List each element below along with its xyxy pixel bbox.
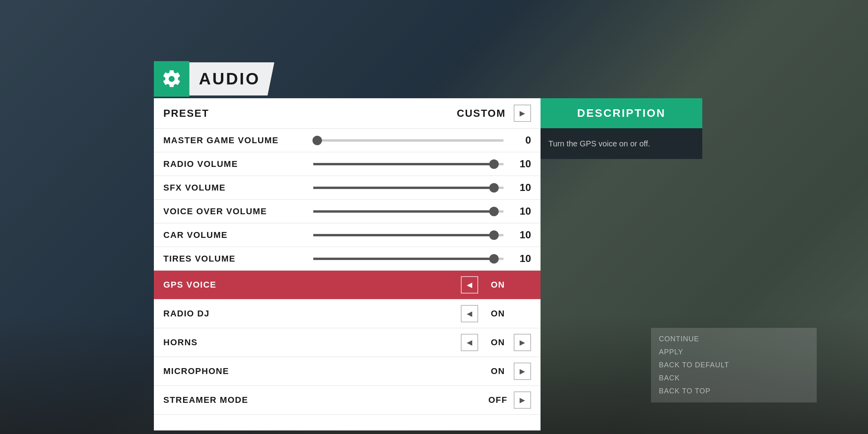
- settings-container: PRESET CUSTOM ▶ MASTER GAME VOLUME 0 RAD…: [154, 98, 671, 430]
- preset-custom-row: PRESET CUSTOM ▶: [154, 98, 541, 129]
- slider-value: 10: [511, 158, 531, 170]
- bottom-panel-item[interactable]: CONTINUE: [659, 333, 809, 346]
- slider-row[interactable]: RADIO VOLUME 10: [154, 152, 541, 176]
- slider-rows: MASTER GAME VOLUME 0 RADIO VOLUME 10 SFX…: [154, 129, 541, 271]
- toggle-label: STREAMER MODE: [163, 395, 461, 405]
- toggle-value: OFF: [482, 395, 514, 405]
- spacer-row: [154, 415, 541, 430]
- toggle-row[interactable]: STREAMER MODE OFF ▶: [154, 386, 541, 415]
- slider-track[interactable]: [313, 187, 503, 189]
- toggle-row[interactable]: GPS VOICE ◀ ON: [154, 271, 541, 299]
- toggle-left-button[interactable]: ◀: [461, 334, 478, 351]
- slider-thumb: [489, 159, 499, 169]
- toggle-row[interactable]: RADIO DJ ◀ ON: [154, 299, 541, 328]
- slider-fill: [313, 187, 494, 189]
- slider-fill: [313, 258, 494, 260]
- slider-value: 10: [511, 205, 531, 217]
- gear-icon: [161, 69, 182, 89]
- gear-icon-box: [154, 61, 189, 97]
- toggle-left-button[interactable]: ◀: [461, 305, 478, 322]
- description-panel: DESCRIPTION Turn the GPS voice on or off…: [541, 98, 702, 159]
- slider-fill: [313, 234, 494, 236]
- slider-label: VOICE OVER VOLUME: [163, 206, 305, 217]
- toggle-value: ON: [482, 366, 514, 376]
- slider-fill: [313, 210, 494, 213]
- slider-fill: [313, 163, 494, 165]
- slider-row[interactable]: CAR VOLUME 10: [154, 223, 541, 247]
- slider-label: MASTER GAME VOLUME: [163, 135, 305, 146]
- slider-value: 0: [511, 134, 531, 146]
- toggle-label: RADIO DJ: [163, 309, 461, 319]
- toggle-left-button[interactable]: ◀: [461, 276, 478, 294]
- audio-title-box: AUDIO: [189, 62, 274, 95]
- slider-value: 10: [511, 181, 531, 194]
- description-body: Turn the GPS voice on or off.: [541, 128, 702, 159]
- toggle-right-button[interactable]: ▶: [514, 391, 531, 409]
- audio-header: AUDIO: [154, 61, 406, 97]
- description-header: DESCRIPTION: [541, 98, 702, 128]
- main-panel: AUDIO PRESET CUSTOM ▶ MASTER GAME VOLUME…: [154, 61, 671, 430]
- slider-thumb: [489, 254, 499, 264]
- toggle-row[interactable]: MICROPHONE ON ▶: [154, 357, 541, 386]
- toggle-value: ON: [482, 309, 514, 319]
- slider-label: SFX VOLUME: [163, 183, 305, 193]
- slider-value: 10: [511, 253, 531, 265]
- toggle-value: ON: [482, 280, 514, 290]
- slider-row[interactable]: TIRES VOLUME 10: [154, 247, 541, 271]
- bottom-panel-item[interactable]: BACK: [659, 372, 809, 385]
- slider-label: CAR VOLUME: [163, 230, 305, 240]
- bottom-panel-item[interactable]: APPLY: [659, 346, 809, 359]
- toggle-rows: GPS VOICE ◀ ON RADIO DJ ◀ ON HORNS ◀ ON …: [154, 271, 541, 415]
- slider-thumb: [489, 230, 499, 240]
- toggle-value: ON: [482, 337, 514, 348]
- toggle-label: MICROPHONE: [163, 366, 461, 376]
- slider-label: TIRES VOLUME: [163, 254, 305, 264]
- bottom-panel-item[interactable]: BACK TO DEFAULT: [659, 359, 809, 372]
- toggle-label: GPS VOICE: [163, 280, 461, 290]
- slider-track[interactable]: [313, 258, 503, 260]
- description-text: Turn the GPS voice on or off.: [548, 138, 694, 150]
- slider-track[interactable]: [313, 234, 503, 236]
- slider-track[interactable]: [313, 139, 503, 142]
- toggle-row[interactable]: HORNS ◀ ON ▶: [154, 328, 541, 357]
- slider-value: 10: [511, 229, 531, 241]
- slider-thumb: [489, 207, 499, 216]
- description-title: DESCRIPTION: [577, 107, 666, 119]
- preset-next-button[interactable]: ▶: [514, 105, 531, 122]
- custom-label: CUSTOM: [457, 107, 506, 120]
- slider-track[interactable]: [313, 163, 503, 165]
- slider-row[interactable]: SFX VOLUME 10: [154, 176, 541, 200]
- bottom-panel-item[interactable]: BACK TO TOP: [659, 385, 809, 398]
- toggle-right-button[interactable]: ▶: [514, 334, 531, 351]
- preset-label: PRESET: [163, 107, 457, 120]
- audio-title: AUDIO: [199, 69, 260, 88]
- slider-thumb: [312, 136, 322, 145]
- toggle-right-button[interactable]: ▶: [514, 363, 531, 380]
- settings-panel: PRESET CUSTOM ▶ MASTER GAME VOLUME 0 RAD…: [154, 98, 541, 430]
- slider-row[interactable]: MASTER GAME VOLUME 0: [154, 129, 541, 152]
- slider-thumb: [489, 183, 499, 193]
- slider-label: RADIO VOLUME: [163, 159, 305, 169]
- bottom-panel: CONTINUEAPPLYBACK TO DEFAULTBACKBACK TO …: [651, 328, 817, 402]
- slider-row[interactable]: VOICE OVER VOLUME 10: [154, 200, 541, 223]
- slider-track[interactable]: [313, 210, 503, 213]
- toggle-label: HORNS: [163, 337, 461, 348]
